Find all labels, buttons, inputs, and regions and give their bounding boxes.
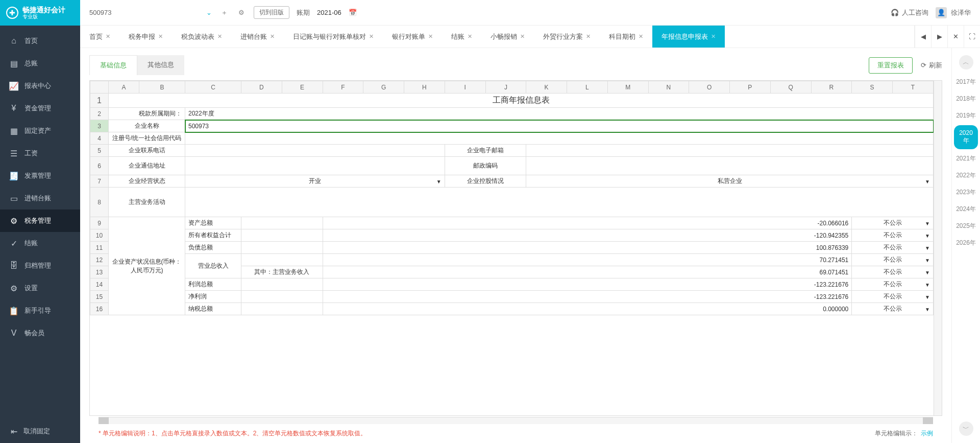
sidebar-item-13[interactable]: V畅会员	[0, 322, 80, 344]
col-header-E[interactable]: E	[282, 81, 323, 94]
example-link[interactable]: 示例	[921, 429, 933, 438]
row-header-15[interactable]: 15	[90, 291, 109, 303]
fin-pub-16[interactable]: 不公示▼	[852, 303, 934, 315]
close-icon[interactable]: ✕	[520, 33, 525, 40]
sidebar-item-2[interactable]: 📈报表中心	[0, 75, 80, 97]
year-2018年[interactable]: 2018年	[952, 90, 980, 107]
col-header-F[interactable]: F	[323, 81, 363, 94]
status-cell[interactable]: 开业▼	[185, 175, 445, 188]
year-2026年[interactable]: 2026年	[952, 235, 980, 251]
sheet-corner[interactable]	[90, 81, 109, 94]
sidebar-item-3[interactable]: ¥资金管理	[0, 97, 80, 120]
fin-value-10[interactable]: -120.942355	[323, 229, 852, 242]
fin-value-11[interactable]: 100.876339	[323, 242, 852, 254]
row-header-16[interactable]: 16	[90, 303, 109, 315]
fin-sub-15[interactable]	[241, 291, 323, 303]
period-value-cell[interactable]: 2022年度	[185, 108, 934, 120]
regno-cell[interactable]	[185, 132, 934, 145]
col-header-M[interactable]: M	[607, 81, 648, 94]
user-menu[interactable]: 👤 徐泽华	[936, 7, 971, 18]
phone-cell[interactable]	[185, 145, 445, 157]
row-header-11[interactable]: 11	[90, 242, 109, 254]
zip-cell[interactable]	[526, 157, 934, 175]
subtab-0[interactable]: 基础信息	[89, 55, 137, 75]
refresh-button[interactable]: ⟳ 刷新	[921, 61, 942, 70]
fin-value-12[interactable]: 70.271451	[323, 254, 852, 266]
tab-3[interactable]: 进销台账✕	[231, 26, 284, 48]
vertical-scrollbar[interactable]	[934, 81, 942, 415]
year-2019年[interactable]: 2019年	[952, 107, 980, 124]
close-icon[interactable]: ✕	[468, 33, 472, 40]
subtab-1[interactable]: 其他信息	[137, 55, 184, 75]
close-icon[interactable]: ✕	[586, 33, 591, 40]
fin-pub-11[interactable]: 不公示▼	[852, 242, 934, 254]
mainbiz-cell[interactable]	[185, 188, 934, 217]
row-header-13[interactable]: 13	[90, 266, 109, 278]
row-header-7[interactable]: 7	[90, 175, 109, 188]
fin-pub-13[interactable]: 不公示▼	[852, 266, 934, 278]
tab-9[interactable]: 科目期初✕	[600, 26, 652, 48]
fin-sub-11[interactable]	[241, 242, 323, 254]
sidebar-item-11[interactable]: ⚙设置	[0, 277, 80, 299]
col-header-P[interactable]: P	[730, 81, 771, 94]
support-link[interactable]: 🎧 人工咨询	[891, 8, 928, 17]
col-header-I[interactable]: I	[445, 81, 485, 94]
spreadsheet[interactable]: ABCDEFGHIJKLMNOPQRST 1工商年报信息表2税款所属期间：202…	[89, 80, 942, 416]
col-header-Q[interactable]: Q	[770, 81, 811, 94]
tab-0[interactable]: 首页✕	[80, 26, 119, 48]
tab-10[interactable]: 年报信息申报表✕	[652, 26, 725, 48]
year-2020年[interactable]: 2020年	[954, 125, 978, 149]
row-header-3[interactable]: 3	[90, 120, 109, 132]
row-header-1[interactable]: 1	[90, 94, 109, 108]
col-header-L[interactable]: L	[567, 81, 608, 94]
fin-pub-14[interactable]: 不公示▼	[852, 278, 934, 291]
add-icon[interactable]: ＋	[219, 8, 229, 18]
row-header-6[interactable]: 6	[90, 157, 109, 175]
fin-value-9[interactable]: -20.066016	[323, 217, 852, 229]
sidebar-item-7[interactable]: ▭进销台账	[0, 187, 80, 209]
year-2024年[interactable]: 2024年	[952, 201, 980, 218]
tab-close-all[interactable]: ✕	[947, 26, 964, 48]
gear-icon[interactable]: ⚙	[236, 8, 247, 18]
year-2023年[interactable]: 2023年	[952, 184, 980, 201]
sidebar-item-12[interactable]: 📋新手引导	[0, 299, 80, 322]
row-header-8[interactable]: 8	[90, 188, 109, 217]
year-rail-up[interactable]: ︿	[959, 55, 973, 69]
close-icon[interactable]: ✕	[270, 33, 275, 40]
fin-pub-9[interactable]: 不公示▼	[852, 217, 934, 229]
tab-2[interactable]: 税负波动表✕	[172, 26, 231, 48]
col-header-A[interactable]: A	[109, 81, 139, 94]
sidebar-item-4[interactable]: ▦固定资产	[0, 120, 80, 142]
close-icon[interactable]: ✕	[428, 33, 433, 40]
sidebar-item-8[interactable]: ⚙税务管理	[0, 209, 80, 232]
sidebar-item-6[interactable]: 🧾发票管理	[0, 165, 80, 187]
sidebar-item-1[interactable]: ▤总账	[0, 52, 80, 75]
year-rail-down[interactable]: ﹀	[959, 422, 973, 436]
company-selector[interactable]: 500973 ⌄	[89, 9, 212, 16]
col-header-J[interactable]: J	[485, 81, 526, 94]
fin-sub-16[interactable]	[241, 303, 323, 315]
col-header-O[interactable]: O	[689, 81, 730, 94]
reset-button[interactable]: 重置报表	[869, 57, 913, 74]
fin-sub-12[interactable]	[241, 254, 323, 266]
sidebar-item-9[interactable]: ✓结账	[0, 232, 80, 254]
close-icon[interactable]: ✕	[711, 33, 716, 40]
col-header-K[interactable]: K	[526, 81, 567, 94]
horizontal-scrollbar[interactable]	[99, 417, 933, 424]
fin-value-13[interactable]: 69.071451	[323, 266, 852, 278]
sidebar-item-5[interactable]: ☰工资	[0, 142, 80, 165]
old-version-button[interactable]: 切到旧版	[254, 6, 289, 19]
tab-7[interactable]: 小畅报销✕	[481, 26, 534, 48]
row-header-5[interactable]: 5	[90, 145, 109, 157]
row-header-12[interactable]: 12	[90, 254, 109, 266]
email-cell[interactable]	[526, 145, 934, 157]
close-icon[interactable]: ✕	[369, 33, 374, 40]
fin-sub-10[interactable]	[241, 229, 323, 242]
tab-scroll-left[interactable]: ◀	[915, 26, 931, 48]
close-icon[interactable]: ✕	[106, 33, 110, 40]
tab-8[interactable]: 外贸行业方案✕	[534, 26, 600, 48]
year-2021年[interactable]: 2021年	[952, 150, 980, 167]
col-header-S[interactable]: S	[852, 81, 893, 94]
col-header-B[interactable]: B	[139, 81, 185, 94]
tab-fullscreen[interactable]: ⛶	[964, 26, 980, 48]
